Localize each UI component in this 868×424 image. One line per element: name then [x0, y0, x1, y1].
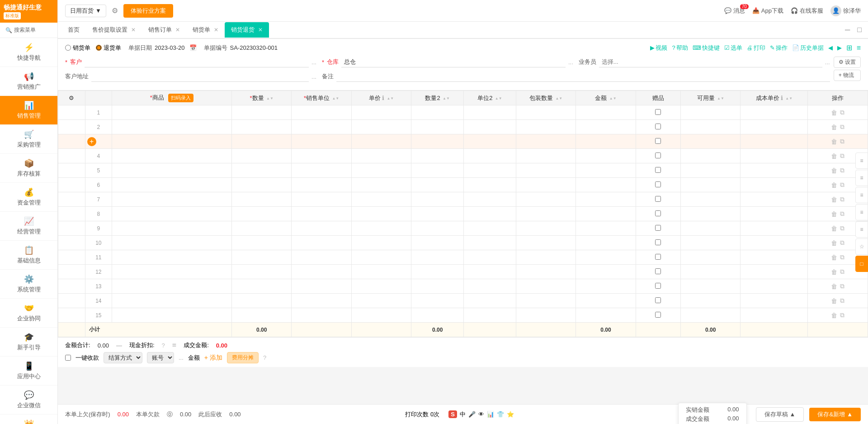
td-unit2-5[interactable] — [464, 163, 516, 178]
td-qty-5[interactable] — [231, 163, 291, 178]
td-qty2-13[interactable] — [411, 279, 464, 294]
td-product-12[interactable] — [112, 265, 232, 279]
td-unit-5[interactable] — [292, 163, 351, 178]
td-amount-6[interactable] — [576, 178, 636, 192]
td-gift-9[interactable] — [636, 221, 680, 236]
td-unit-13[interactable] — [292, 279, 351, 294]
td-qty2-3[interactable] — [411, 134, 464, 149]
td-amount-15[interactable] — [576, 308, 636, 323]
copy-row-btn-12[interactable]: ⧉ — [840, 268, 844, 276]
td-gift-12[interactable] — [636, 265, 680, 279]
td-gift-11[interactable] — [636, 250, 680, 265]
gift-checkbox-10[interactable] — [655, 239, 661, 245]
td-amount-1[interactable] — [576, 105, 636, 120]
td-price-5[interactable] — [351, 163, 411, 178]
td-avail-14[interactable] — [681, 294, 741, 308]
gift-checkbox-9[interactable] — [655, 225, 661, 231]
td-unit2-8[interactable] — [464, 207, 516, 221]
td-qty-13[interactable] — [231, 279, 291, 294]
scan-btn[interactable]: 扫码录入 — [168, 94, 193, 102]
td-qty-6[interactable] — [231, 178, 291, 192]
radio-sales-delivery[interactable]: 销货单 — [65, 44, 90, 52]
td-amount-13[interactable] — [576, 279, 636, 294]
user-info[interactable]: 👤 徐泽华 — [830, 5, 861, 16]
td-gift-7[interactable] — [636, 192, 680, 207]
td-unit-12[interactable] — [292, 265, 351, 279]
radio-return-input[interactable] — [96, 45, 102, 51]
td-product-3[interactable] — [112, 134, 232, 149]
delete-row-btn-14[interactable]: 🗑 — [831, 297, 837, 305]
tab-home[interactable]: 首页 — [61, 22, 86, 38]
nav-prev-icon[interactable]: ◀ — [828, 44, 833, 51]
td-qty2-6[interactable] — [411, 178, 464, 192]
td-pack-2[interactable] — [516, 120, 576, 134]
tab-sales-order[interactable]: 销售订单 ✕ — [142, 22, 186, 38]
td-cost-10[interactable] — [741, 236, 808, 250]
delete-row-btn-1[interactable]: 🗑 — [831, 109, 837, 116]
nav-next-icon[interactable]: ▶ — [837, 44, 842, 51]
td-unit2-2[interactable] — [464, 120, 516, 134]
td-avail-9[interactable] — [681, 221, 741, 236]
right-panel-item-7[interactable]: □ — [855, 256, 868, 272]
warehouse-ellipsis[interactable]: ... — [568, 59, 573, 66]
delete-row-btn-10[interactable]: 🗑 — [831, 239, 837, 247]
td-gift-14[interactable] — [636, 294, 680, 308]
td-unit2-4[interactable] — [464, 149, 516, 163]
td-qty-1[interactable] — [231, 105, 291, 120]
gift-checkbox-14[interactable] — [655, 297, 661, 303]
td-price-12[interactable] — [351, 265, 411, 279]
address-ellipsis[interactable]: ... — [311, 73, 316, 80]
warehouse-input[interactable] — [341, 57, 566, 67]
td-qty2-12[interactable] — [411, 265, 464, 279]
sidebar-item-finance[interactable]: 💰 资金管理 — [0, 183, 57, 212]
td-qty2-15[interactable] — [411, 308, 464, 323]
td-unit-15[interactable] — [292, 308, 351, 323]
td-avail-11[interactable] — [681, 250, 741, 265]
td-qty2-11[interactable] — [411, 250, 464, 265]
td-avail-10[interactable] — [681, 236, 741, 250]
try-industry-btn[interactable]: 体验行业方案 — [123, 4, 173, 18]
td-unit2-11[interactable] — [464, 250, 516, 265]
td-qty-11[interactable] — [231, 250, 291, 265]
copy-row-btn-1[interactable]: ⧉ — [840, 109, 844, 116]
td-product-15[interactable] — [112, 308, 232, 323]
td-qty2-1[interactable] — [411, 105, 464, 120]
td-price-9[interactable] — [351, 221, 411, 236]
td-unit2-15[interactable] — [464, 308, 516, 323]
online-service-btn[interactable]: 🎧 在线客服 — [791, 7, 823, 15]
gift-checkbox-13[interactable] — [655, 283, 661, 289]
sidebar-item-marketing[interactable]: 📢 营销推广 — [0, 67, 57, 96]
td-unit2-6[interactable] — [464, 178, 516, 192]
td-amount-8[interactable] — [576, 207, 636, 221]
eye-icon[interactable]: 👁 — [478, 411, 484, 418]
td-cost-2[interactable] — [741, 120, 808, 134]
list-view-icon[interactable]: ≡ — [857, 44, 861, 52]
td-price-2[interactable] — [351, 120, 411, 134]
td-amount-2[interactable] — [576, 120, 636, 134]
td-amount-5[interactable] — [576, 163, 636, 178]
td-qty-8[interactable] — [231, 207, 291, 221]
td-avail-12[interactable] — [681, 265, 741, 279]
td-amount-11[interactable] — [576, 250, 636, 265]
td-price-8[interactable] — [351, 207, 411, 221]
td-avail-4[interactable] — [681, 149, 741, 163]
right-panel-item-4[interactable]: ≡ — [855, 204, 868, 220]
star-icon[interactable]: ⭐ — [507, 411, 514, 418]
td-gift-6[interactable] — [636, 178, 680, 192]
help-btn[interactable]: ? 帮助 — [672, 44, 688, 52]
logistics-btn[interactable]: + 物流 — [834, 70, 861, 81]
delete-row-btn-15[interactable]: 🗑 — [831, 312, 837, 319]
copy-row-btn-2[interactable]: ⧉ — [840, 123, 844, 131]
td-qty-12[interactable] — [231, 265, 291, 279]
td-gift-4[interactable] — [636, 149, 680, 163]
gift-checkbox-7[interactable] — [655, 196, 661, 202]
tab-price-setting[interactable]: 售价提取设置 ✕ — [86, 22, 142, 38]
td-avail-2[interactable] — [681, 120, 741, 134]
settings-icon[interactable]: ⚙ — [112, 6, 118, 15]
td-qty-15[interactable] — [231, 308, 291, 323]
gift-checkbox-12[interactable] — [655, 268, 661, 274]
td-pack-11[interactable] — [516, 250, 576, 265]
td-unit-8[interactable] — [292, 207, 351, 221]
td-unit2-7[interactable] — [464, 192, 516, 207]
td-unit-11[interactable] — [292, 250, 351, 265]
